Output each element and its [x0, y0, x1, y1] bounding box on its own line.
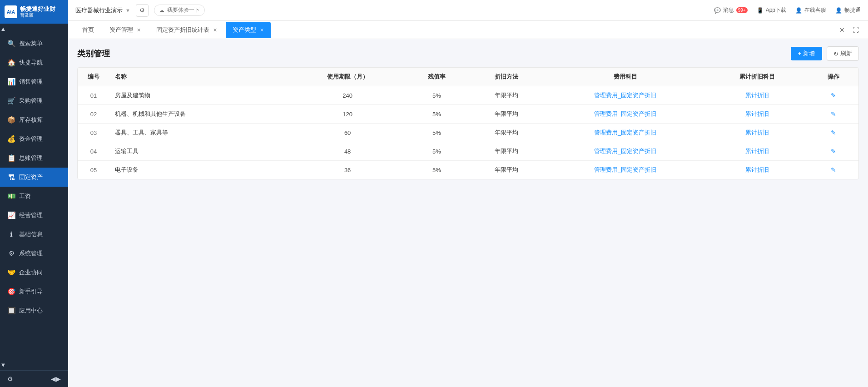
scroll-up-arrow[interactable]: ▲ — [0, 24, 6, 34]
edit-icon-3[interactable]: ✎ — [831, 148, 836, 155]
cell-period-4: 36 — [290, 161, 405, 179]
table-row: 05 电子设备 36 5% 年限平均 管理费用_固定资产折旧 累计折旧 ✎ — [78, 161, 858, 179]
project-title[interactable]: 医疗器械行业演示 ▼ — [75, 6, 130, 15]
tab-asset-management[interactable]: 资产管理 ✕ — [103, 22, 148, 38]
col-operation: 操作 — [808, 68, 858, 86]
sidebar-footer: ⚙ ◀▶ — [0, 370, 68, 387]
project-chevron-icon: ▼ — [125, 8, 130, 13]
window-close-icon[interactable]: ✕ — [837, 25, 847, 35]
sidebar-label-1: 快捷导航 — [19, 59, 43, 67]
cell-accumulated-0: 累计折旧 — [706, 86, 808, 105]
cell-op-2: ✎ — [808, 124, 858, 142]
tab-asset-type-close-icon[interactable]: ✕ — [260, 27, 264, 33]
tab-asset-management-close-icon[interactable]: ✕ — [137, 27, 141, 33]
sidebar-label-13: 新手引导 — [19, 288, 43, 296]
tab-depreciation-table-close-icon[interactable]: ✕ — [213, 27, 217, 33]
experience-button[interactable]: ☁ 我要体验一下 — [154, 5, 205, 16]
sidebar-item-2[interactable]: 📊销售管理 — [0, 72, 68, 91]
cell-accumulated-1: 累计折旧 — [706, 105, 808, 124]
message-button[interactable]: 💬 消息 99+ — [714, 6, 748, 14]
sidebar-item-14[interactable]: 🔲应用中心 — [0, 301, 68, 320]
sidebar-item-9[interactable]: 📈经营管理 — [0, 206, 68, 225]
cell-residual-3: 5% — [405, 142, 468, 161]
sidebar-item-10[interactable]: ℹ基础信息 — [0, 225, 68, 244]
page-actions: + 新增 ↻ 刷新 — [791, 46, 859, 61]
edit-icon-0[interactable]: ✎ — [831, 92, 836, 99]
sidebar-label-6: 总账管理 — [19, 154, 43, 162]
page-title: 类别管理 — [77, 48, 110, 59]
cell-expense-2: 管理费用_固定资产折旧 — [545, 124, 706, 142]
col-name: 名称 — [109, 68, 290, 86]
sidebar-item-12[interactable]: 🤝企业协同 — [0, 263, 68, 282]
sidebar-label-2: 销售管理 — [19, 78, 43, 86]
sidebar-icon-1: 🏠 — [7, 59, 15, 67]
sidebar-item-4[interactable]: 📦库存核算 — [0, 110, 68, 129]
sidebar-icon-4: 📦 — [7, 116, 15, 124]
scroll-down-arrow[interactable]: ▼ — [0, 360, 6, 370]
sidebar-label-4: 库存核算 — [19, 116, 43, 124]
edit-icon-2[interactable]: ✎ — [831, 129, 836, 136]
edit-icon-4[interactable]: ✎ — [831, 166, 836, 174]
sidebar-icon-11: ⚙ — [7, 249, 15, 258]
online-service-button[interactable]: 👤 在线客服 — [795, 6, 826, 14]
table-row: 02 机器、机械和其他生产设备 120 5% 年限平均 管理费用_固定资产折旧 … — [78, 105, 858, 124]
cell-method-1: 年限平均 — [468, 105, 545, 124]
sidebar-icon-13: 🎯 — [7, 288, 15, 296]
sidebar-item-11[interactable]: ⚙系统管理 — [0, 244, 68, 263]
sidebar-icon-3: 🛒 — [7, 97, 15, 105]
cell-id-4: 05 — [78, 161, 109, 179]
cell-period-3: 48 — [290, 142, 405, 161]
sidebar-label-14: 应用中心 — [19, 307, 43, 315]
sidebar-item-0[interactable]: 🔍搜索菜单 — [0, 34, 68, 53]
cell-expense-1: 管理费用_固定资产折旧 — [545, 105, 706, 124]
sidebar-item-5[interactable]: 💰资金管理 — [0, 129, 68, 149]
col-accumulated: 累计折旧科目 — [706, 68, 808, 86]
refresh-icon: ↻ — [833, 50, 838, 57]
avatar-icon: 👤 — [835, 7, 842, 14]
tab-home[interactable]: 首页 — [75, 22, 101, 38]
message-badge: 99+ — [736, 7, 748, 13]
cell-residual-1: 5% — [405, 105, 468, 124]
sidebar-icon-14: 🔲 — [7, 307, 15, 315]
sidebar: AtA 畅捷通好业财 普及版 ▲ 🔍搜索菜单🏠快捷导航📊销售管理🛒采购管理📦库存… — [0, 0, 68, 387]
sidebar-item-6[interactable]: 📋总账管理 — [0, 149, 68, 168]
tab-depreciation-table[interactable]: 固定资产折旧统计表 ✕ — [149, 22, 224, 38]
cell-method-4: 年限平均 — [468, 161, 545, 179]
cell-name-0: 房屋及建筑物 — [109, 86, 290, 105]
cell-method-2: 年限平均 — [468, 124, 545, 142]
logo-icon: AtA — [5, 5, 17, 18]
cell-accumulated-2: 累计折旧 — [706, 124, 808, 142]
edit-icon-1[interactable]: ✎ — [831, 110, 836, 118]
new-button[interactable]: + 新增 — [791, 47, 822, 60]
user-avatar-button[interactable]: 👤 畅捷通 — [835, 6, 861, 14]
sidebar-item-3[interactable]: 🛒采购管理 — [0, 91, 68, 110]
cell-residual-2: 5% — [405, 124, 468, 142]
sidebar-item-7[interactable]: 🏗固定资产 — [0, 168, 68, 187]
sidebar-label-8: 工资 — [19, 192, 31, 200]
refresh-button[interactable]: ↻ 刷新 — [827, 46, 859, 61]
tab-asset-management-label: 资产管理 — [109, 26, 133, 34]
app-download-button[interactable]: 📱 App下载 — [757, 6, 786, 14]
tab-asset-type[interactable]: 资产类型 ✕ — [226, 22, 271, 38]
topbar: 医疗器械行业演示 ▼ ⚙ ☁ 我要体验一下 💬 消息 99+ 📱 App下载 — [68, 0, 868, 21]
cell-period-0: 240 — [290, 86, 405, 105]
sidebar-item-1[interactable]: 🏠快捷导航 — [0, 53, 68, 72]
sidebar-label-12: 企业协同 — [19, 268, 43, 277]
settings-icon[interactable]: ⚙ — [7, 375, 13, 382]
cell-method-0: 年限平均 — [468, 86, 545, 105]
cell-expense-4: 管理费用_固定资产折旧 — [545, 161, 706, 179]
sidebar-logo: AtA 畅捷通好业财 普及版 — [0, 0, 68, 24]
window-controls: ✕ ⛶ — [837, 25, 861, 35]
sidebar-item-13[interactable]: 🎯新手引导 — [0, 282, 68, 301]
collapse-icon[interactable]: ◀▶ — [51, 375, 61, 382]
cell-id-1: 02 — [78, 105, 109, 124]
cell-id-2: 03 — [78, 124, 109, 142]
page-header: 类别管理 + 新增 ↻ 刷新 — [77, 46, 859, 61]
sidebar-item-8[interactable]: 💵工资 — [0, 187, 68, 206]
table-row: 01 房屋及建筑物 240 5% 年限平均 管理费用_固定资产折旧 累计折旧 ✎ — [78, 86, 858, 105]
settings-gear-button[interactable]: ⚙ — [136, 4, 149, 17]
sidebar-icon-12: 🤝 — [7, 268, 15, 277]
cell-id-3: 04 — [78, 142, 109, 161]
cell-method-3: 年限平均 — [468, 142, 545, 161]
window-maximize-icon[interactable]: ⛶ — [851, 25, 861, 35]
